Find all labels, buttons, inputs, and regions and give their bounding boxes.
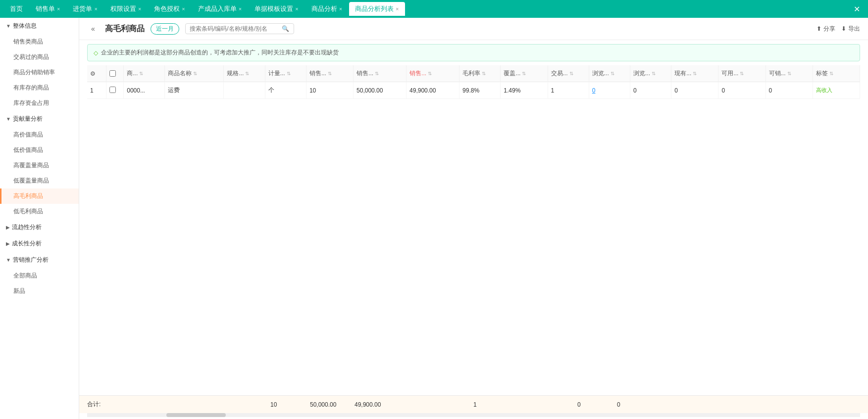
row-gross-margin: 99.8% bbox=[460, 82, 501, 99]
row-browse-b: 0 bbox=[630, 82, 671, 99]
sidebar-group-trend-label: 流趋性分析 bbox=[12, 223, 42, 232]
col-name[interactable]: 商品名称⇅ bbox=[165, 65, 224, 82]
top-nav-analysis-list[interactable]: 商品分析列表 × bbox=[349, 2, 405, 16]
export-button[interactable]: ⬇ 导出 bbox=[841, 25, 860, 33]
col-gross-margin[interactable]: 毛利率⇅ bbox=[460, 65, 501, 82]
search-input[interactable] bbox=[190, 25, 279, 32]
col-tag[interactable]: 标签⇅ bbox=[813, 65, 860, 82]
top-nav-permission[interactable]: 权限设置 × bbox=[104, 2, 147, 16]
footer-available: 0 bbox=[617, 401, 657, 408]
col-checkbox bbox=[106, 65, 124, 82]
sidebar-item-in-stock[interactable]: 有库存的商品 bbox=[0, 80, 79, 95]
sort-icon-11: ⇅ bbox=[611, 71, 614, 76]
sort-icon-9: ⇅ bbox=[522, 71, 526, 76]
select-all-checkbox[interactable] bbox=[109, 70, 116, 77]
row-select-checkbox[interactable] bbox=[109, 87, 116, 93]
close-tab-icon[interactable]: × bbox=[295, 6, 298, 12]
col-sales-cost[interactable]: 销售...⇅ bbox=[407, 65, 460, 82]
top-nav-template[interactable]: 单据模板设置 × bbox=[249, 2, 304, 16]
arrow-icon-2: ▼ bbox=[6, 116, 11, 122]
row-unit: 个 bbox=[265, 82, 306, 99]
sidebar-item-stock-capital[interactable]: 库存资金占用 bbox=[0, 95, 79, 111]
info-icon: ◇ bbox=[94, 49, 98, 56]
row-sales-amt: 50,000.00 bbox=[354, 82, 407, 99]
top-nav-home[interactable]: 首页 bbox=[4, 2, 29, 16]
sidebar-group-growth[interactable]: ▶ 成长性分析 bbox=[0, 235, 79, 252]
info-banner: ◇ 企业的主要的利润都是这部分商品创造的，可考虑加大推广，同时关注库存是不要出现… bbox=[87, 44, 860, 61]
collapse-sidebar-button[interactable]: « bbox=[87, 23, 99, 35]
col-current-stock[interactable]: 现有...⇅ bbox=[671, 65, 718, 82]
row-browse-a[interactable]: 0 bbox=[589, 82, 630, 99]
sidebar-item-traded-goods[interactable]: 交易过的商品 bbox=[0, 49, 79, 65]
close-tab-icon[interactable]: × bbox=[339, 6, 342, 12]
row-spec bbox=[224, 82, 265, 99]
col-browse-b[interactable]: 浏览...⇅ bbox=[630, 65, 671, 82]
footer-current-stock: 0 bbox=[577, 401, 617, 408]
col-available[interactable]: 可用...⇅ bbox=[718, 65, 766, 82]
row-checkbox bbox=[106, 82, 124, 99]
content-area: « 高毛利商品 近一月 🔍 ⬆ 分享 ⬇ 导出 ◇ 企业的主要的利润都是这部 bbox=[79, 18, 868, 419]
top-nav-product-entry[interactable]: 产成品入库单 × bbox=[192, 2, 248, 16]
info-text: 企业的主要的利润都是这部分商品创造的，可考虑加大推广，同时关注库存是不要出现缺货 bbox=[101, 48, 339, 57]
sidebar-group-contribution[interactable]: ▼ 贡献量分析 bbox=[0, 111, 79, 127]
sort-icon-15: ⇅ bbox=[787, 71, 791, 76]
sidebar-item-high-value[interactable]: 高价值商品 bbox=[0, 127, 79, 142]
top-nav-purchase[interactable]: 进货单 × bbox=[67, 2, 103, 16]
top-nav: 首页 销售单 × 进货单 × 权限设置 × 角色授权 × 产成品入库单 × 单据… bbox=[0, 0, 868, 18]
sidebar-item-sales-goods[interactable]: 销售类商品 bbox=[0, 34, 79, 49]
sidebar-item-low-coverage[interactable]: 低覆盖量商品 bbox=[0, 173, 79, 188]
close-tab-icon[interactable]: × bbox=[239, 6, 242, 12]
sidebar-item-low-value[interactable]: 低价值商品 bbox=[0, 142, 79, 158]
row-current-stock: 0 bbox=[671, 82, 718, 99]
page-title: 高毛利商品 bbox=[105, 24, 145, 34]
top-nav-analysis[interactable]: 商品分析 × bbox=[306, 2, 348, 16]
row-coverage: 1.49% bbox=[501, 82, 548, 99]
search-icon[interactable]: 🔍 bbox=[282, 25, 289, 32]
col-browse-a[interactable]: 浏览...⇅ bbox=[589, 65, 630, 82]
row-index: 1 bbox=[87, 82, 106, 99]
row-tag: 高收入 bbox=[813, 82, 860, 99]
sidebar-group-overall[interactable]: ▼ 整体信息 bbox=[0, 18, 79, 34]
sort-icon-14: ⇅ bbox=[740, 71, 744, 76]
table-container: ⚙ 商...⇅ 商品名称⇅ 规格...⇅ bbox=[79, 65, 868, 395]
col-code[interactable]: 商...⇅ bbox=[124, 65, 165, 82]
close-tab-icon[interactable]: × bbox=[396, 6, 399, 12]
close-tab-icon[interactable]: × bbox=[182, 6, 185, 12]
col-sales-qty[interactable]: 销售...⇅ bbox=[306, 65, 353, 82]
header-right: ⬆ 分享 ⬇ 导出 bbox=[817, 25, 860, 33]
sidebar-group-contribution-label: 贡献量分析 bbox=[13, 115, 43, 123]
close-tab-icon[interactable]: × bbox=[57, 6, 60, 12]
sidebar-item-new-goods[interactable]: 新品 bbox=[0, 283, 79, 299]
close-tab-icon[interactable]: × bbox=[138, 6, 141, 12]
close-tab-icon[interactable]: × bbox=[94, 6, 97, 12]
col-settings[interactable]: ⚙ bbox=[87, 65, 106, 82]
col-trade-count[interactable]: 交易...⇅ bbox=[548, 65, 589, 82]
share-button[interactable]: ⬆ 分享 bbox=[817, 25, 835, 33]
sidebar-item-distribution-rate[interactable]: 商品分销助销率 bbox=[0, 65, 79, 80]
filter-recent-month-button[interactable]: 近一月 bbox=[151, 23, 179, 35]
col-unit[interactable]: 计量...⇅ bbox=[265, 65, 306, 82]
col-saleable[interactable]: 可销...⇅ bbox=[766, 65, 813, 82]
sort-icon-13: ⇅ bbox=[693, 71, 697, 76]
sidebar-group-trend[interactable]: ▶ 流趋性分析 bbox=[0, 219, 79, 235]
sort-icon: ⇅ bbox=[139, 71, 143, 76]
sidebar-item-high-coverage[interactable]: 高覆盖量商品 bbox=[0, 158, 79, 173]
row-trade-count: 1 bbox=[548, 82, 589, 99]
sidebar-group-marketing[interactable]: ▼ 营销推广分析 bbox=[0, 252, 79, 268]
col-sales-amt[interactable]: 销售...⇅ bbox=[354, 65, 407, 82]
col-spec[interactable]: 规格...⇅ bbox=[224, 65, 265, 82]
sidebar-item-low-margin[interactable]: 低毛利商品 bbox=[0, 204, 79, 219]
footer-sales-cost: 49,900.00 bbox=[355, 401, 399, 408]
export-label: 导出 bbox=[848, 25, 860, 33]
sidebar-item-all-goods[interactable]: 全部商品 bbox=[0, 268, 79, 283]
row-sales-cost: 49,900.00 bbox=[407, 82, 460, 99]
top-nav-role[interactable]: 角色授权 × bbox=[148, 2, 191, 16]
table-row: 1 0000... 运费 个 10 50,000.00 49,900.00 99… bbox=[87, 82, 860, 99]
top-nav-sales[interactable]: 销售单 × bbox=[30, 2, 66, 16]
sort-icon-12: ⇅ bbox=[652, 71, 656, 76]
sidebar-item-high-margin[interactable]: 高毛利商品 bbox=[0, 188, 79, 204]
row-sales-qty: 10 bbox=[306, 82, 353, 99]
col-coverage[interactable]: 覆盖...⇅ bbox=[501, 65, 548, 82]
sidebar-group-growth-label: 成长性分析 bbox=[12, 239, 42, 248]
close-all-button[interactable]: ✕ bbox=[850, 2, 864, 16]
